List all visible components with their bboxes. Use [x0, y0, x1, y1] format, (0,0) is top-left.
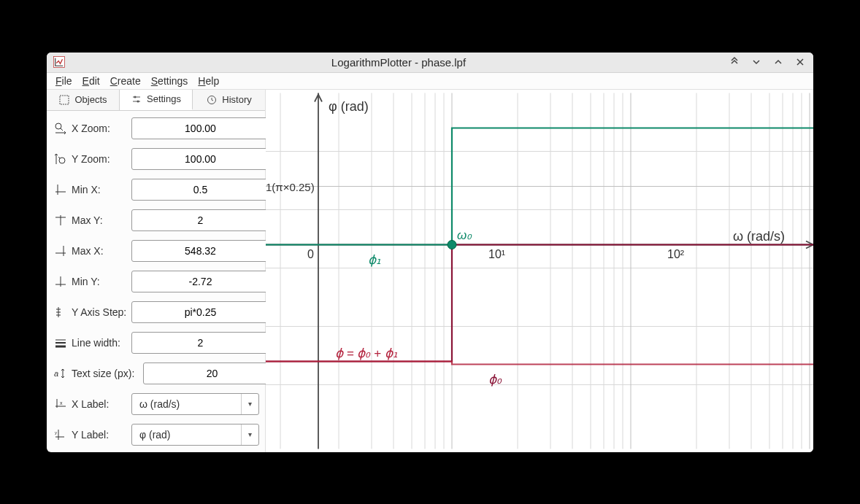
plot-canvas[interactable]: φ (rad) ω (rad/s) 0 1(π×0.25) 10¹ 10² ω₀…	[266, 90, 813, 452]
row-maxx: Max X:	[50, 238, 262, 264]
svg-point-3	[134, 96, 137, 98]
minimize-icon[interactable]	[749, 55, 764, 69]
tab-settings[interactable]: Settings	[120, 90, 193, 110]
maxy-input[interactable]	[131, 209, 269, 231]
tab-history[interactable]: History	[193, 90, 265, 110]
textsize-input[interactable]	[143, 363, 281, 384]
row-xlabel: x X Label: ω (rad/s) ▾	[50, 391, 262, 417]
row-yaxisstep: Y Axis Step: α	[50, 299, 262, 325]
app-icon	[53, 55, 66, 69]
chevron-down-icon: ▾	[241, 394, 258, 414]
row-miny: Min Y:	[50, 268, 262, 295]
xlabel-label: X Label:	[72, 398, 128, 410]
miny-label: Min Y:	[72, 276, 128, 287]
xzoom-icon	[53, 120, 69, 136]
yzoom-icon	[53, 151, 69, 167]
yaxisstep-label: Y Axis Step:	[72, 306, 128, 318]
settings-panel: X Zoom: Y Zoom: Min X: Max Y:	[47, 111, 265, 452]
xaxis-label: ω (rad/s)	[733, 228, 785, 243]
yaxisstep-icon	[53, 304, 69, 320]
svg-line-8	[61, 128, 63, 131]
row-maxy: Max Y:	[50, 207, 262, 233]
sidebar-tabs: Objects Settings History	[47, 90, 265, 111]
row-textsize: a Text size (px):	[50, 360, 262, 387]
row-xzoom: X Zoom:	[50, 115, 262, 141]
ytick-label: 1(π×0.25)	[266, 180, 315, 193]
svg-text:y: y	[55, 430, 57, 435]
xlabel-icon: x	[53, 396, 69, 412]
phi0-label: ϕ₀	[488, 372, 502, 386]
ylabel-icon: y	[53, 427, 69, 443]
sum-label: ϕ = ϕ₀ + ϕ₁	[335, 346, 398, 360]
titlebar: LogarithmPlotter - phase.lpf	[47, 53, 813, 74]
row-minx: Min X:	[50, 177, 262, 203]
maximize-icon[interactable]	[771, 55, 786, 69]
svg-point-7	[55, 123, 61, 129]
svg-rect-1	[60, 96, 69, 104]
menu-help[interactable]: Help	[193, 74, 223, 88]
svg-text:x: x	[60, 400, 63, 406]
minx-icon	[53, 182, 69, 198]
linewidth-icon	[53, 335, 69, 351]
svg-point-9	[59, 158, 65, 163]
maxx-input[interactable]	[131, 240, 269, 262]
maxx-icon	[53, 243, 69, 259]
xlabel-select[interactable]: ω (rad/s) ▾	[131, 393, 259, 415]
svg-point-5	[137, 100, 139, 102]
sidebar: Objects Settings History X Zoom:	[47, 90, 266, 452]
ylabel-label: Y Label:	[72, 429, 128, 441]
origin-label: 0	[307, 247, 314, 260]
textsize-icon: a	[53, 365, 69, 381]
row-yzoom: Y Zoom:	[50, 146, 262, 172]
xtick-10-1: 10¹	[488, 247, 505, 260]
chevron-down-icon: ▾	[241, 424, 258, 445]
linewidth-input[interactable]	[131, 332, 269, 354]
tab-history-label: History	[222, 94, 251, 105]
textsize-label: Text size (px):	[72, 368, 140, 379]
phi1-label: ϕ₁	[368, 252, 381, 266]
svg-point-66	[448, 240, 456, 249]
yzoom-input[interactable]	[131, 148, 269, 170]
window-title: LogarithmPlotter - phase.lpf	[70, 56, 727, 69]
xtick-10-2: 10²	[667, 247, 685, 260]
miny-icon	[53, 274, 69, 290]
minx-label: Min X:	[72, 184, 128, 195]
row-ylabel: y Y Label: φ (rad) ▾	[50, 422, 262, 448]
maxy-label: Max Y:	[72, 214, 128, 226]
xzoom-label: X Zoom:	[72, 123, 128, 134]
menu-settings[interactable]: Settings	[147, 74, 193, 88]
miny-input[interactable]	[131, 271, 269, 292]
maxx-label: Max X:	[72, 245, 128, 257]
linewidth-label: Line width:	[72, 337, 128, 349]
close-icon[interactable]	[793, 55, 807, 69]
menu-file[interactable]: File	[51, 74, 77, 88]
omega0-label: ω₀	[457, 228, 472, 241]
menu-edit[interactable]: Edit	[78, 74, 104, 88]
clock-icon	[206, 94, 218, 106]
yzoom-label: Y Zoom:	[72, 153, 128, 165]
xlabel-value: ω (rad/s)	[132, 398, 241, 410]
ylabel-select[interactable]: φ (rad) ▾	[131, 424, 259, 446]
menubar: File Edit Create Settings Help	[47, 73, 813, 89]
svg-line-10	[58, 157, 60, 158]
tab-objects-label: Objects	[74, 94, 107, 105]
objects-icon	[58, 94, 70, 106]
svg-text:a: a	[54, 369, 58, 378]
tab-settings-label: Settings	[147, 93, 181, 104]
menu-create[interactable]: Create	[106, 74, 145, 88]
window-buttons	[727, 55, 807, 69]
scroll-top-icon[interactable]	[727, 55, 742, 69]
yaxisstep-input[interactable]	[131, 301, 269, 323]
xzoom-input[interactable]	[131, 117, 269, 139]
sliders-icon	[131, 93, 142, 105]
app-window: LogarithmPlotter - phase.lpf File Edit C…	[47, 53, 813, 452]
content: Objects Settings History X Zoom:	[47, 90, 813, 452]
maxy-icon	[53, 212, 69, 228]
tab-objects[interactable]: Objects	[47, 90, 120, 110]
ylabel-value: φ (rad)	[132, 429, 241, 441]
yaxis-label: φ (rad)	[329, 98, 369, 113]
row-linewidth: Line width:	[50, 330, 262, 356]
minx-input[interactable]	[131, 179, 269, 201]
